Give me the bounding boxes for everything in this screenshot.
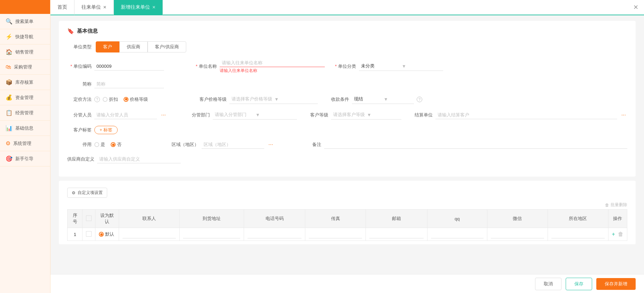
delete-row-button[interactable]: 🗑 [618,231,623,237]
sidebar-item-quick-nav[interactable]: ⚡ 快捷导航 [0,29,50,44]
sidebar-item-label: 采购管理 [14,64,32,70]
sidebar-item-basic[interactable]: 📊 基础信息 [0,121,50,136]
customer-level-placeholder: 请选择客户等级 [333,112,366,118]
payment-help-icon[interactable]: ? [417,97,422,102]
region-input[interactable] [202,140,264,149]
field-abbr: 简称 [67,80,186,88]
save-button[interactable]: 保存 [566,278,592,290]
col-fax: 传真 [305,210,366,228]
sidebar-logo [0,0,50,14]
row-manager: 分管人员 ··· 分管部门 请输入分管部门 ▼ 客户等级 请选择客户等级 [67,110,627,120]
radio-yes-label: 是 [101,141,105,148]
cell-qq[interactable] [427,228,487,241]
email-input[interactable] [369,230,424,238]
unit-type-group: 客户 供应商 客户/供应商 [96,41,186,52]
cell-checkbox[interactable] [83,228,95,241]
cell-wechat[interactable] [487,228,548,241]
settlement-unit-input[interactable] [435,111,617,119]
region-more-button[interactable]: ··· [267,141,274,148]
cell-email[interactable] [366,228,427,241]
field-pricing-method: 定价方法 ? 折扣 价格等级 [67,96,193,103]
btn-both[interactable]: 客户/供应商 [148,41,186,52]
col-address: 到货地址 [179,210,244,228]
sidebar-item-finance[interactable]: 💰 资金管理 [0,90,50,105]
field-payment-terms: 收款条件 现结 ▼ ? [325,95,422,104]
sidebar-item-guide[interactable]: 🎯 新手引导 [0,151,50,166]
row-code-name-category: 单位编码 单位名称 请输入往来单位名称 单位分类 未分类 ▼ [67,59,627,74]
notes-label: 备注 [297,141,321,148]
settlement-unit-more-button[interactable]: ··· [620,112,627,118]
radio-price-level[interactable]: 价格等级 [124,96,148,103]
manager-label: 分管人员 [67,112,92,118]
sidebar-item-sales[interactable]: 🏠 销售管理 [0,44,50,60]
add-row-button[interactable]: + [612,231,615,237]
sidebar-item-inventory[interactable]: 📦 库存核算 [0,75,50,90]
address-input[interactable] [183,230,240,238]
tab-home[interactable]: 首页 [50,0,74,15]
sidebar-item-search[interactable]: 🔍 搜索菜单 [0,14,50,29]
table-region-input[interactable] [551,230,605,238]
tab-contacts-close[interactable]: ✕ [103,5,107,10]
custom-settings-button[interactable]: ⚙ 自定义项设置 [67,188,107,198]
radio-yes[interactable]: 是 [94,141,105,148]
tab-new-contact-label: 新增往来单位 [121,4,150,10]
radio-no-label: 否 [117,141,121,148]
qq-input[interactable] [431,230,483,238]
sidebar-item-ops[interactable]: 📋 经营管理 [0,105,50,121]
sidebar-item-label: 基础信息 [15,125,33,131]
sidebar-item-label: 经营管理 [15,110,33,116]
manager-input[interactable] [94,111,157,119]
btn-customer[interactable]: 客户 [96,41,119,52]
tab-new-contact-close[interactable]: ✕ [152,5,156,10]
sidebar-item-system[interactable]: ⚙ 系统管理 [0,136,50,151]
pricing-help-icon[interactable]: ? [94,97,100,102]
radio-default[interactable]: 默认 [99,231,115,237]
radio-default-circle [99,232,104,237]
payment-terms-select[interactable]: 现结 ▼ [352,95,414,104]
radio-default-label: 默认 [105,231,114,237]
add-tag-button[interactable]: + 标签 [94,126,118,134]
col-actions: 操作 [608,210,627,228]
radio-discount-label: 折扣 [109,96,118,103]
cell-fax[interactable] [305,228,366,241]
unit-name-input[interactable] [220,59,325,67]
phone-input[interactable] [248,230,302,238]
wechat-input[interactable] [491,230,544,238]
save-and-new-button[interactable]: 保存并新增 [596,278,636,290]
sidebar: 🔍 搜索菜单 ⚡ 快捷导航 🏠 销售管理 🛍 采购管理 📦 库存核算 💰 资金管… [0,0,50,293]
department-placeholder: 请输入分管部门 [215,112,254,118]
settlement-unit-label: 结算单位 [408,112,433,118]
guide-icon: 🎯 [6,155,13,162]
cell-address[interactable] [179,228,244,241]
sidebar-item-label: 快捷导航 [15,34,33,40]
cell-phone[interactable] [244,228,305,241]
tab-new-contact[interactable]: 新增往来单位 ✕ [114,0,163,15]
pricing-radio-group: 折扣 价格等级 [103,96,148,103]
close-all-tabs-button[interactable]: ✕ [628,3,644,11]
unit-category-select[interactable]: 未分类 ▼ [359,62,443,71]
supplier-custom-input[interactable] [97,155,181,163]
cell-contact[interactable] [119,228,179,241]
btn-supplier[interactable]: 供应商 [119,41,148,52]
sidebar-item-purchase[interactable]: 🛍 采购管理 [0,60,50,75]
gear-icon: ⚙ [72,190,76,195]
customer-level-select[interactable]: 请选择客户等级 ▼ [331,110,401,120]
cancel-button[interactable]: 取消 [535,278,561,290]
contact-input[interactable] [123,230,176,238]
cell-region[interactable] [548,228,608,241]
sidebar-item-label: 搜索菜单 [15,18,33,25]
abbr-input[interactable] [94,80,164,88]
header-checkbox[interactable] [86,215,92,221]
radio-no[interactable]: 否 [111,141,121,148]
notes-input[interactable] [324,140,627,149]
radio-discount-circle [103,97,108,102]
radio-discount[interactable]: 折扣 [103,96,118,103]
department-select[interactable]: 请输入分管部门 ▼ [213,110,297,120]
row-checkbox[interactable] [86,231,92,237]
field-settlement-unit: 结算单位 ··· [408,111,627,119]
fax-input[interactable] [309,230,362,238]
manager-more-button[interactable]: ··· [160,112,167,118]
customer-price-level-select[interactable]: 请选择客户价格等级 ▼ [229,95,318,104]
tab-contacts[interactable]: 往来单位 ✕ [74,0,114,15]
unit-code-input[interactable] [94,62,164,71]
